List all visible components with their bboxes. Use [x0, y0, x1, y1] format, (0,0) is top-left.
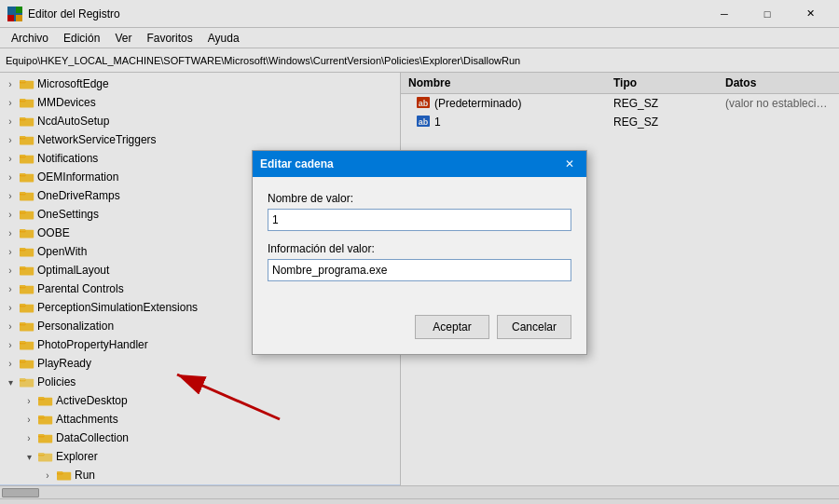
dialog-close-button[interactable]: ✕: [560, 155, 579, 173]
aceptar-button[interactable]: Aceptar: [415, 315, 489, 339]
cancelar-button[interactable]: Cancelar: [497, 315, 571, 339]
info-input[interactable]: [268, 259, 571, 281]
nombre-input[interactable]: [268, 209, 571, 231]
dialog-title-bar: Editar cadena ✕: [253, 151, 586, 177]
dialog-overlay: Editar cadena ✕ Nombre de valor: Informa…: [0, 0, 839, 504]
dialog-body: Nombre de valor: Información del valor:: [253, 177, 586, 307]
dialog-footer: Aceptar Cancelar: [253, 307, 586, 354]
info-label: Información del valor:: [268, 242, 571, 255]
edit-dialog: Editar cadena ✕ Nombre de valor: Informa…: [252, 150, 587, 355]
dialog-title: Editar cadena: [260, 157, 334, 170]
nombre-label: Nombre de valor:: [268, 192, 571, 205]
